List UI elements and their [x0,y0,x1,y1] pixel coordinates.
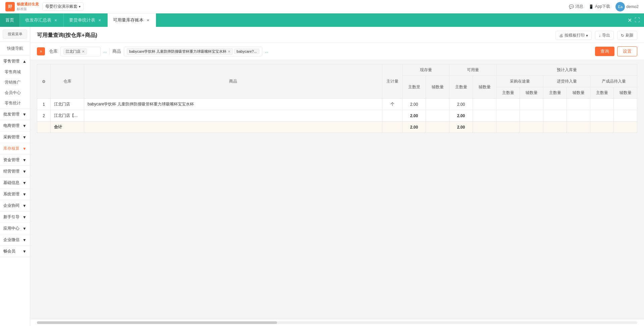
horizontal-scrollbar[interactable] [37,321,637,324]
inventory-chevron: ▼ [22,146,26,151]
member2-chevron: ▼ [22,249,26,254]
th-incoming-main: 主数量 [543,87,567,99]
wholesale-label: 批发管理 [3,111,19,117]
refresh-button[interactable]: ↻ 刷新 [617,31,637,40]
sidebar-section-finance: 资金管理 ▼ [0,154,30,166]
settings-icon[interactable]: ⚙ [42,79,46,84]
cell-product-main-2 [590,110,614,122]
sidebar-section-newbie: 新手引导 ▼ [0,212,30,223]
tab-available-close[interactable]: ✕ [146,18,150,22]
sidebar-section-wholesale-header[interactable]: 批发管理 ▼ [0,109,30,120]
tab-collection-close[interactable]: ✕ [53,18,58,22]
app-download-button[interactable]: 📱 App下载 [589,4,610,9]
sidebar-section-enterprise-wechat-header[interactable]: 企业微信 ▼ [0,234,30,245]
message-button[interactable]: 💬 消息 [569,4,583,9]
user-menu[interactable]: Ea demo2 [615,2,639,11]
summary-empty-1 [37,122,51,133]
filter-group: 仓库 江北门店 ✕ ... 商品 babycare学饮杯 儿童防摔防撞吸管杯重力… [49,47,591,56]
goods-tag2-text: babycare?... [236,49,257,53]
goods-filter-input[interactable]: babycare学饮杯 儿童防摔防撞吸管杯重力球吸嘴杯宝宝水杯 ✕ babyca… [124,47,262,56]
filter-toggle-button[interactable]: » [37,47,45,55]
tab-available-inventory[interactable]: 可用量库存账本 ✕ [108,13,156,27]
tab-home[interactable]: 首页 [0,13,20,27]
tab-bar: 首页 收发存汇总表 ✕ 要货单统计表 ✕ 可用量库存账本 ✕ ✕ ⛶ [0,13,644,27]
search-menu-button[interactable]: 搜索菜单 [3,30,27,39]
cell-stock-aux-1 [426,99,449,110]
tab-available-label: 可用量库存账本 [113,17,144,23]
sidebar-nav: 快捷导航 [0,42,30,56]
warehouse-tag-close[interactable]: ✕ [82,50,85,53]
sidebar-section-ecommerce: 电商管理 ▼ [0,120,30,132]
warehouse-filter-label: 仓库 [49,48,58,54]
sidebar-section-purchase-header[interactable]: 采购管理 ▼ [0,132,30,143]
avatar: Ea [615,2,625,11]
query-button[interactable]: 查询 [595,47,614,56]
sidebar-item-marketing[interactable]: 营销推广 [0,77,30,88]
home-label: 首页 [5,17,14,23]
sidebar-section-enterprise-header[interactable]: 企业协同 ▼ [0,200,30,211]
sidebar-section-operations: 经营管理 ▼ [0,166,30,177]
finance-chevron: ▼ [22,158,26,162]
chevron-down-icon: ▾ [79,5,80,8]
sidebar-section-system: 系统管理 ▼ [0,189,30,200]
newbie-chevron: ▼ [22,215,26,220]
sidebar-section-newbie-header[interactable]: 新手引导 ▼ [0,212,30,223]
print-button[interactable]: 🖨 按模板打印 ▾ [555,31,592,40]
cell-unit-2 [382,110,402,122]
goods-tag1-close[interactable]: ✕ [228,50,230,53]
enterprise-chevron: ▼ [22,203,26,208]
print-label: 按模板打印 [565,33,585,38]
sidebar-section-inventory: 库存核算 ▼ [0,143,30,154]
scroll-thumb[interactable] [37,321,277,324]
sidebar-section-app-center-header[interactable]: 应用中心 ▼ [0,223,30,234]
sidebar-section-basic-header[interactable]: 基础信息 ▼ [0,177,30,188]
basic-label: 基础信息 [3,180,19,186]
tab-expand-icon[interactable]: ⛶ [635,17,640,23]
member2-label: 畅会员 [3,248,15,254]
export-button[interactable]: ↓ 导出 [595,31,614,40]
industry-selector[interactable]: 母婴行业演示账套 ▾ [42,2,84,11]
user-name: demo2 [626,4,639,9]
print-chevron: ▾ [586,33,588,38]
tab-order-stats[interactable]: 要货单统计表 ✕ [64,13,108,27]
sidebar-section-retail-header[interactable]: 零售管理 ▲ [0,56,30,67]
setting-button[interactable]: 设置 [617,46,637,56]
sidebar-item-retail-mall[interactable]: 零售商城 [0,67,30,77]
sidebar-section-ecommerce-header[interactable]: 电商管理 ▼ [0,120,30,131]
th-purchase-main: 主数量 [496,87,520,99]
sidebar-item-quick-nav[interactable]: 快捷导航 [0,43,30,54]
tab-order-close[interactable]: ✕ [97,18,102,22]
sidebar: 搜索菜单 快捷导航 零售管理 ▲ 零售商城 营销推广 会员中心 零售统计 批发管… [0,27,30,326]
sidebar-section-inventory-header[interactable]: 库存核算 ▼ [0,143,30,154]
tab-close-all-icon[interactable]: ✕ [628,17,632,24]
sidebar-section-operations-header[interactable]: 经营管理 ▼ [0,166,30,177]
summary-product-main [590,122,614,133]
goods-tag1-text: babycare学饮杯 儿童防摔防撞吸管杯重力球吸嘴杯宝宝水杯 [129,49,226,54]
sidebar-section-system-header[interactable]: 系统管理 ▼ [0,189,30,200]
sidebar-item-member[interactable]: 会员中心 [0,88,30,98]
warehouse-more-btn[interactable]: ... [103,49,107,54]
operations-label: 经营管理 [3,169,19,174]
th-available: 可用量 [449,64,496,76]
warehouse-filter-input[interactable]: 江北门店 ✕ [60,47,101,56]
cell-stock-main-1: 2.00 [402,99,426,110]
th-product-aux: 辅数量 [614,87,637,99]
cell-unit-1: 个 [382,99,402,110]
cell-incoming-main-1 [543,99,567,110]
message-icon: 💬 [569,4,574,9]
goods-more-btn[interactable]: ... [265,49,268,54]
goods-filter-label: 商品 [112,48,121,54]
sidebar-item-retail-stats[interactable]: 零售统计 [0,98,30,108]
refresh-icon: ↻ [621,33,624,38]
enterprise-wechat-label: 企业微信 [3,237,19,243]
tab-bar-right: ✕ ⛶ [624,13,644,27]
sidebar-section-finance-header[interactable]: 资金管理 ▼ [0,154,30,166]
tab-collection-summary[interactable]: 收发存汇总表 ✕ [20,13,64,27]
cell-avail-main-2: 2.00 [449,110,473,122]
th-goods: 商品 [84,64,382,99]
cell-goods-2 [84,110,382,122]
industry-label: 母婴行业演示账套 [45,4,77,9]
sidebar-section-member2-header[interactable]: 畅会员 ▼ [0,246,30,257]
content: 可用量查询(按仓库+商品) 🖨 按模板打印 ▾ ↓ 导出 ↻ 刷新 » [30,27,644,326]
th-incoming-aux: 辅数量 [567,87,590,99]
